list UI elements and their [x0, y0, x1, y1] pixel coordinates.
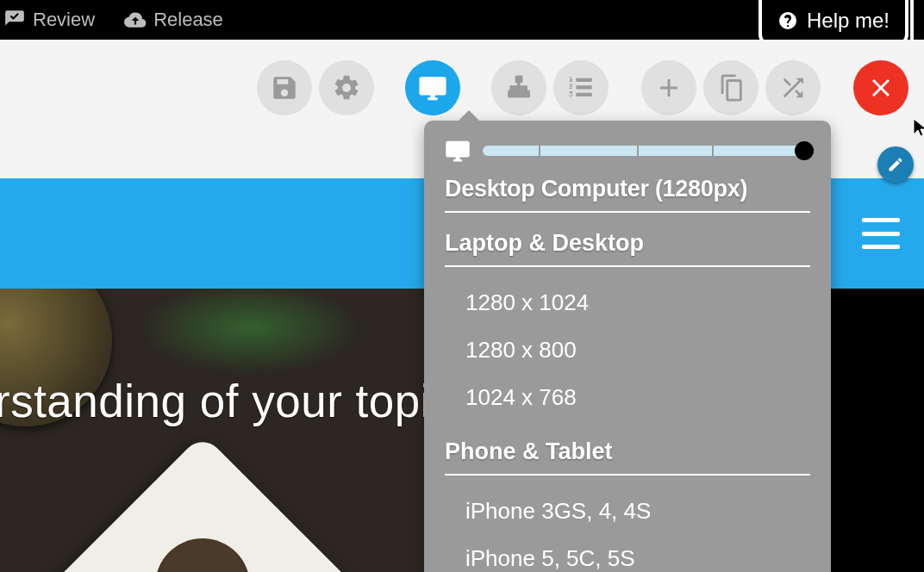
- hero-herbs: [138, 289, 362, 375]
- release-button[interactable]: Release: [124, 9, 223, 31]
- viewport-option[interactable]: 1024 x 768: [445, 374, 810, 421]
- viewport-option[interactable]: 1280 x 1024: [445, 279, 810, 326]
- viewport-option[interactable]: iPhone 5, 5C, 5S: [445, 535, 810, 572]
- pencil-icon: [887, 156, 904, 173]
- viewport-option[interactable]: iPhone 3GS, 4, 4S: [445, 488, 810, 535]
- svg-rect-3: [524, 91, 530, 97]
- viewport-button[interactable]: [405, 60, 460, 115]
- cloud-upload-icon: [124, 9, 147, 31]
- edit-button[interactable]: [877, 146, 914, 183]
- svg-text:3: 3: [569, 90, 573, 98]
- mouse-cursor: [910, 117, 924, 141]
- close-button[interactable]: [853, 60, 908, 115]
- add-button[interactable]: [641, 60, 696, 115]
- viewport-slider[interactable]: [483, 146, 810, 156]
- copy-button[interactable]: [703, 60, 759, 115]
- section-phone-tablet: Phone & Tablet: [445, 438, 810, 465]
- hamburger-icon: [862, 218, 900, 222]
- svg-rect-0: [515, 76, 523, 82]
- viewport-option[interactable]: 1280 x 800: [445, 326, 810, 374]
- section-laptop-desktop: Laptop & Desktop: [445, 230, 810, 257]
- slider-handle[interactable]: [795, 141, 814, 160]
- monitor-icon: [418, 73, 447, 103]
- save-button[interactable]: [257, 60, 312, 115]
- viewport-panel: Desktop Computer (1280px) Laptop & Deskt…: [424, 121, 831, 572]
- save-icon: [270, 73, 299, 103]
- copy-icon: [716, 73, 746, 103]
- hero-plate: [50, 433, 355, 572]
- plus-icon: [654, 73, 684, 103]
- sitemap-icon: [504, 73, 534, 103]
- toolbar: 123: [257, 60, 908, 115]
- shuffle-button[interactable]: [765, 60, 821, 115]
- help-me-label: Help me!: [807, 9, 890, 33]
- release-label: Release: [153, 9, 223, 31]
- ordered-list-button[interactable]: 123: [553, 60, 609, 115]
- svg-rect-1: [508, 91, 514, 97]
- gear-icon: [332, 73, 361, 103]
- sitemap-button[interactable]: [491, 60, 546, 115]
- review-button[interactable]: Review: [3, 9, 95, 31]
- svg-rect-2: [515, 91, 521, 97]
- chat-check-icon: [3, 9, 26, 31]
- settings-button[interactable]: [319, 60, 374, 115]
- close-icon: [866, 73, 896, 103]
- review-label: Review: [33, 9, 95, 31]
- help-icon: [777, 10, 798, 31]
- shuffle-icon: [778, 73, 808, 103]
- monitor-small-icon: [445, 138, 471, 164]
- current-viewport-label: Desktop Computer (1280px): [445, 176, 810, 202]
- ordered-list-icon: 123: [566, 73, 596, 103]
- menu-button[interactable]: [862, 218, 900, 249]
